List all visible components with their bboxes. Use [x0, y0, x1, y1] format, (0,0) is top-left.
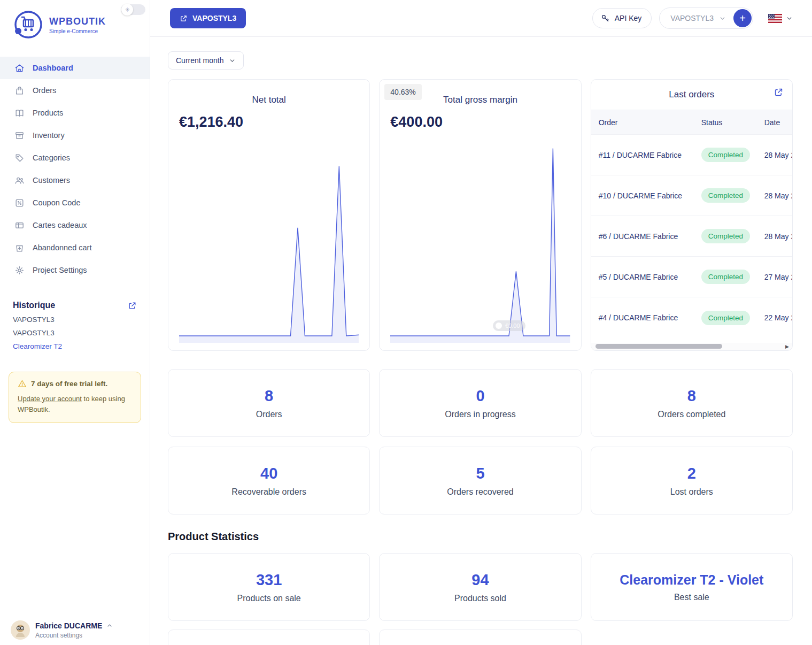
add-project-button[interactable]: +: [733, 9, 752, 27]
key-icon: [600, 13, 610, 23]
date-cell: 27 May 2024: [757, 273, 793, 281]
sidebar: ✳ WPBOUTIK Simple e-Commerce: [0, 0, 150, 645]
net-total-title: Net total: [179, 95, 359, 105]
chevron-up-icon: [106, 623, 113, 629]
order-row[interactable]: #11 / DUCARME Fabrice Completed 28 May 2…: [591, 135, 792, 175]
chevron-down-icon: [229, 57, 236, 64]
sidebar-item-categories[interactable]: Categories: [0, 147, 150, 169]
sidebar-item-inventory[interactable]: Inventory: [0, 124, 150, 147]
stat-orders-recovered: 5 Orders recovered: [379, 447, 581, 515]
date-cell: 28 May 2024: [757, 151, 793, 159]
sidebar-item-orders[interactable]: Orders: [0, 79, 150, 102]
app-root: ✳ WPBOUTIK Simple e-Commerce: [0, 0, 812, 645]
api-key-button[interactable]: API Key: [592, 8, 652, 28]
sidebar-item-dashboard[interactable]: Dashboard: [0, 57, 150, 79]
order-row[interactable]: #6 / DUCARME Fabrice Completed 28 May 20…: [591, 216, 792, 257]
gear-icon: [14, 265, 25, 275]
cart-down-icon: [14, 243, 25, 253]
project-button[interactable]: VAPOSTYL3: [170, 8, 246, 28]
order-cell: #6 / DUCARME Fabrice: [591, 232, 694, 241]
stat-value: 331: [256, 571, 282, 589]
tooltip-dot: [496, 322, 502, 329]
stat-value: 5: [476, 465, 484, 482]
trial-title: 7 days of free trial left.: [31, 380, 107, 388]
chart-tooltip: €0.00: [493, 320, 525, 331]
sidebar-item-label: Categories: [33, 153, 70, 162]
orders-table-header: Order Status Date: [591, 110, 792, 135]
stat-label: Orders recovered: [447, 487, 514, 497]
sidebar-item-label: Orders: [33, 86, 56, 95]
scrollbar-right-arrow[interactable]: ▶: [785, 344, 791, 349]
brand-name: WPBOUTIK: [49, 16, 106, 27]
net-total-card: Net total €1,216.40: [168, 79, 370, 351]
product-statistics-heading: Product Statistics: [168, 531, 793, 543]
trial-body: Update your account to keep using WPBout…: [18, 394, 132, 414]
stat-label: Recoverable orders: [231, 487, 306, 497]
partial-card: [379, 629, 581, 645]
order-row[interactable]: #5 / DUCARME Fabrice Completed 27 May 20…: [591, 257, 792, 297]
chevron-down-icon: [719, 15, 726, 22]
sidebar-item-abandoned-cart[interactable]: Abandonned cart: [0, 236, 150, 259]
sidebar-item-label: Project Settings: [33, 266, 87, 274]
home-icon: [14, 63, 25, 73]
scrollbar-thumb[interactable]: [596, 344, 722, 349]
history-title: Historique: [13, 301, 55, 310]
history-item[interactable]: VAPOSTYL3: [13, 329, 137, 337]
us-flag-icon: [768, 14, 782, 23]
theme-toggle[interactable]: ✳: [121, 4, 145, 15]
status-badge: Completed: [701, 188, 750, 203]
stat-label: Orders: [256, 410, 282, 419]
language-selector[interactable]: [768, 14, 793, 23]
external-link-icon: [180, 14, 188, 22]
sidebar-item-products[interactable]: Products: [0, 102, 150, 124]
sidebar-item-project-settings[interactable]: Project Settings: [0, 259, 150, 281]
sidebar-item-gift-cards[interactable]: Cartes cadeaux: [0, 214, 150, 236]
order-cell: #10 / DUCARME Fabrice: [591, 191, 694, 200]
status-badge: Completed: [701, 311, 750, 325]
update-account-link[interactable]: Update your account: [18, 395, 82, 403]
horizontal-scrollbar[interactable]: ▶: [591, 343, 792, 350]
gross-margin-percent-badge: 40.63%: [384, 84, 421, 100]
chevron-down-icon: [786, 15, 793, 22]
warning-icon: [18, 379, 27, 388]
archive-icon: [14, 130, 25, 141]
history-item-link[interactable]: Clearomizer T2: [13, 342, 137, 350]
gift-card-icon: [14, 220, 25, 231]
account-settings-label: Account settings: [35, 632, 113, 639]
order-row[interactable]: #10 / DUCARME Fabrice Completed 28 May 2…: [591, 175, 792, 216]
main-area: VAPOSTYL3 API Key VAPOSTYL3 +: [150, 0, 812, 645]
tooltip-value: €0.00: [505, 322, 520, 329]
sidebar-item-coupon-code[interactable]: Coupon Code: [0, 191, 150, 214]
period-filter[interactable]: Current month: [168, 51, 244, 70]
history-section: Historique VAPOSTYL3 VAPOSTYL3 Clearomiz…: [13, 301, 137, 350]
status-badge: Completed: [701, 270, 750, 284]
gross-margin-chart: €0.00: [390, 144, 570, 343]
partial-card: [168, 629, 370, 645]
period-filter-value: Current month: [176, 56, 223, 65]
account-menu[interactable]: Fabrice DUCARME Account settings: [11, 620, 113, 640]
project-select[interactable]: VAPOSTYL3 +: [659, 7, 753, 29]
stat-best-sale: Clearomizer T2 - Violet Best sale: [591, 553, 793, 621]
stat-products-on-sale: 331 Products on sale: [168, 553, 370, 621]
percent-icon: [14, 198, 25, 208]
last-orders-external-link-icon[interactable]: [774, 87, 784, 97]
stat-label: Orders in progress: [445, 410, 516, 419]
sidebar-item-customers[interactable]: Customers: [0, 169, 150, 191]
dashboard-content: Current month Net total €1,216.40 40.63%…: [150, 37, 812, 645]
last-orders-title: Last orders: [669, 89, 714, 100]
col-date: Date: [757, 118, 793, 127]
stat-value: 0: [476, 387, 484, 405]
sidebar-item-label: Coupon Code: [33, 198, 81, 207]
brand-text: WPBOUTIK Simple e-Commerce: [49, 16, 106, 34]
history-external-link-icon[interactable]: [128, 301, 137, 310]
history-item[interactable]: VAPOSTYL3: [13, 316, 137, 324]
sidebar-item-label: Customers: [33, 176, 70, 185]
order-row[interactable]: #4 / DUCARME Fabrice Completed 22 May 20…: [591, 297, 792, 338]
sidebar-item-label: Inventory: [33, 131, 65, 140]
stat-label: Lost orders: [670, 487, 713, 497]
stat-value: 2: [687, 465, 696, 482]
api-key-label: API Key: [615, 14, 642, 22]
sidebar-item-label: Products: [33, 109, 63, 117]
gross-margin-amount: €400.00: [390, 114, 570, 130]
bag-icon: [14, 86, 25, 96]
